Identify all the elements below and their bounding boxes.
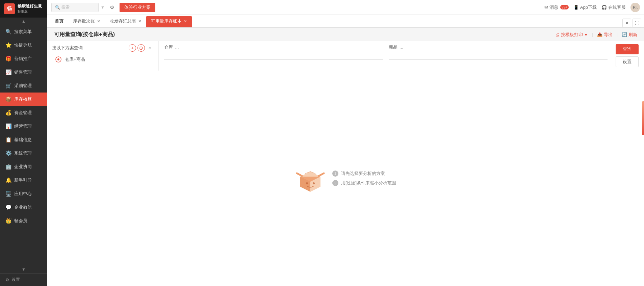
topbar-search-box[interactable]: 🔍 搜索	[51, 3, 99, 12]
tab-home[interactable]: 首页	[50, 16, 68, 27]
box-icon: 📦	[5, 96, 11, 102]
sidebar-item-label: 资金管理	[14, 110, 32, 116]
warehouse-input[interactable]	[164, 52, 383, 60]
settings-gear-icon: ⊙	[139, 45, 143, 51]
star-icon: ⭐	[5, 42, 11, 48]
sidebar-scroll-down[interactable]: ▼	[0, 266, 47, 273]
export-icon: 📤	[597, 32, 602, 37]
warehouse-more-btn[interactable]: …	[175, 45, 179, 50]
settings-icon: ⚙	[5, 278, 9, 282]
batch-ledger-tab-label: 库存批次账	[73, 18, 95, 24]
goods-input[interactable]	[389, 52, 608, 60]
tab-batch-ledger[interactable]: 库存批次账 ✕	[68, 16, 105, 27]
sidebar-item-label: 营销推广	[14, 56, 32, 62]
sidebar-item-operations[interactable]: 📊 经营管理	[0, 120, 47, 133]
search-placeholder-text: 搜索	[61, 4, 70, 10]
sidebar-item-system[interactable]: ⚙️ 系统管理	[0, 147, 47, 160]
sidebar-item-purchase[interactable]: 🛒 采购管理	[0, 79, 47, 93]
home-tab-label: 首页	[55, 18, 63, 24]
service-icon: 🎧	[601, 5, 607, 10]
empty-state: 1 请先选择要分析的方案 2 用[过滤]条件来缩小分析范围	[47, 71, 644, 286]
sidebar-nav: 🔍 搜索菜单 ⭐ 快捷导航 🎁 营销推广 📈 销售管理 🛒 采购管理 📦 库存核…	[0, 25, 47, 266]
tab-expand-btn[interactable]: ⛶	[633, 19, 641, 27]
sidebar-item-marketing[interactable]: 🎁 营销推广	[0, 52, 47, 66]
search-magnifier-icon: 🔍	[55, 5, 60, 10]
tab-receipt-summary[interactable]: 收发存汇总表 ✕	[105, 16, 146, 27]
sidebar-item-label: 基础信息	[14, 137, 32, 143]
empty-hint-2: 2 用[过滤]条件来缩小分析范围	[332, 180, 396, 186]
topbar-user-avatar[interactable]: Rit	[630, 3, 640, 12]
print-dropdown-arrow[interactable]: ▼	[584, 33, 588, 37]
svg-point-6	[313, 182, 315, 184]
warehouse-field-group: 仓库 …	[164, 44, 383, 60]
query-settings-btn[interactable]: 设置	[616, 56, 639, 67]
tab-close-all-btn[interactable]: ✕	[622, 19, 631, 27]
sidebar-item-basic[interactable]: 📋 基础信息	[0, 133, 47, 147]
topbar-message[interactable]: ✉ 消息 99+	[544, 4, 569, 10]
svg-point-1	[57, 58, 59, 60]
sidebar-item-finance[interactable]: 💰 资金管理	[0, 106, 47, 120]
export-btn[interactable]: 📤 导出	[597, 32, 613, 38]
tab-close-available-qty[interactable]: ✕	[184, 19, 187, 24]
trial-industry-btn[interactable]: 体验行业方案	[120, 3, 155, 12]
topbar-gear-button[interactable]: ⚙	[107, 3, 117, 12]
sidebar-scroll-up[interactable]: ▲	[0, 18, 47, 25]
topbar-app-download[interactable]: 📱 App下载	[573, 4, 597, 10]
topbar: 🔍 搜索 ▼ ⚙ 体验行业方案 ✉ 消息 99+ 📱 App下载 🎧 在线客服	[47, 0, 644, 15]
add-scheme-btn[interactable]: +	[129, 44, 136, 52]
collapse-icon: «	[149, 45, 151, 51]
sidebar-item-label: 系统管理	[14, 150, 32, 156]
search-dropdown-arrow[interactable]: ▼	[101, 5, 105, 10]
search-icon: 🔍	[5, 29, 11, 35]
sidebar-item-label: 采购管理	[14, 83, 32, 89]
sidebar-item-enterprise[interactable]: 🏢 企业协同	[0, 160, 47, 174]
query-left-panel: 按以下方案查询 + ⊙ «	[47, 41, 159, 71]
print-by-template-btn[interactable]: 🖨 按模板打印 ▼	[555, 32, 588, 38]
tab-close-batch-ledger[interactable]: ✕	[97, 19, 100, 24]
goods-more-btn[interactable]: …	[400, 45, 404, 50]
sidebar-item-sales[interactable]: 📈 销售管理	[0, 66, 47, 79]
sidebar-brand-name: 畅康通好生意	[18, 4, 42, 9]
sidebar-item-search[interactable]: 🔍 搜索菜单	[0, 25, 47, 38]
topbar-online-service[interactable]: 🎧 在线客服	[601, 4, 626, 10]
page-header-actions: 🖨 按模板打印 ▼ | 📤 导出 | 🔄 刷新	[555, 32, 637, 38]
tab-close-receipt-summary[interactable]: ✕	[138, 19, 141, 24]
sidebar-item-inventory[interactable]: 📦 库存核算	[0, 93, 47, 106]
collapse-panel-btn[interactable]: «	[146, 44, 154, 52]
print-label: 按模板打印	[561, 32, 583, 38]
refresh-btn[interactable]: 🔄 刷新	[622, 32, 637, 38]
tab-available-qty[interactable]: 可用量库存账本 ✕	[146, 16, 192, 27]
sidebar-item-newbie[interactable]: 🔔 新手引导	[0, 174, 47, 187]
goods-field-label: 商品 …	[389, 44, 608, 50]
sidebar-item-shortcut[interactable]: ⭐ 快捷导航	[0, 38, 47, 52]
sidebar-footer-settings[interactable]: ⚙ 设置	[0, 273, 47, 286]
action-separator-2: |	[617, 32, 618, 37]
query-option-warehouse-goods[interactable]: 仓库+商品	[52, 54, 154, 65]
sidebar-item-label: 畅会员	[14, 218, 27, 224]
sidebar-item-label: 搜索菜单	[14, 29, 32, 35]
bell-icon: 🔔	[5, 177, 11, 183]
goods-label-text: 商品	[389, 44, 397, 50]
message-icon: ✉	[544, 5, 548, 10]
query-action-buttons: 查询 设置	[613, 44, 639, 67]
page-title: 可用量查询(按仓库+商品)	[54, 31, 115, 38]
query-submit-btn[interactable]: 查询	[616, 44, 639, 54]
svg-line-7	[297, 173, 302, 176]
available-qty-tab-label: 可用量库存账本	[151, 18, 182, 24]
tabbar: 首页 库存批次账 ✕ 收发存汇总表 ✕ 可用量库存账本 ✕ ✕ ⛶	[47, 15, 644, 28]
topbar-right-actions: ✉ 消息 99+ 📱 App下载 🎧 在线客服 Rit	[544, 3, 640, 12]
receipt-summary-tab-label: 收发存汇总表	[110, 18, 136, 24]
sidebar-item-member[interactable]: 👑 畅会员	[0, 214, 47, 228]
notification-badge: 99+	[560, 5, 569, 9]
hint-number-2: 2	[332, 180, 338, 186]
tab-right-actions: ✕ ⛶	[622, 19, 641, 27]
hint-text-1: 请先选择要分析的方案	[341, 171, 385, 177]
sidebar-item-appcenter[interactable]: 🖥️ 应用中心	[0, 187, 47, 201]
page-header: 可用量查询(按仓库+商品) 🖨 按模板打印 ▼ | 📤 导出 | 🔄 刷新	[47, 28, 644, 41]
operations-icon: 📊	[5, 123, 11, 129]
scheme-settings-btn[interactable]: ⊙	[137, 44, 145, 52]
sidebar-item-wechat[interactable]: 💬 企业微信	[0, 201, 47, 214]
hint-text-2: 用[过滤]条件来缩小分析范围	[341, 180, 396, 186]
query-section: 按以下方案查询 + ⊙ «	[47, 41, 644, 71]
sidebar-item-label: 应用中心	[14, 191, 32, 197]
